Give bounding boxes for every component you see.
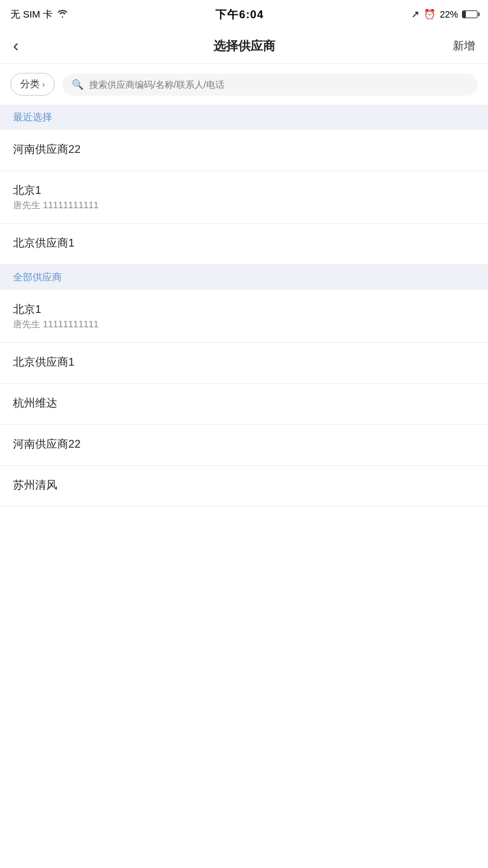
- section-header-label-all: 全部供应商: [13, 271, 62, 282]
- status-left: 无 SIM 卡: [10, 8, 68, 21]
- item-name: 北京1: [13, 302, 475, 317]
- section-header-all: 全部供应商: [0, 265, 488, 290]
- list-item[interactable]: 北京供应商1: [0, 343, 488, 384]
- battery-percent: 22%: [440, 9, 458, 20]
- item-subtitle: 唐先生 11111111111: [13, 319, 475, 331]
- search-input[interactable]: [89, 79, 468, 90]
- item-name: 河南供应商22: [13, 142, 475, 157]
- section-header-label-recent: 最近选择: [13, 111, 52, 122]
- item-name: 苏州清风: [13, 478, 475, 493]
- item-name: 杭州维达: [13, 396, 475, 411]
- status-time: 下午6:04: [215, 7, 264, 22]
- category-label: 分类: [20, 78, 40, 90]
- search-box: 🔍: [62, 74, 478, 96]
- list-item[interactable]: 杭州维达: [0, 384, 488, 425]
- category-filter-button[interactable]: 分类 ›: [10, 73, 55, 96]
- back-button[interactable]: ‹: [13, 36, 46, 56]
- item-name: 北京1: [13, 183, 475, 198]
- item-name: 北京供应商1: [13, 355, 475, 370]
- list-item[interactable]: 苏州清风: [0, 466, 488, 507]
- chevron-right-icon: ›: [42, 80, 45, 89]
- section-header-recent: 最近选择: [0, 105, 488, 130]
- search-icon: 🔍: [72, 79, 84, 90]
- item-name: 河南供应商22: [13, 437, 475, 452]
- add-button[interactable]: 新增: [442, 38, 475, 53]
- list-item[interactable]: 北京1唐先生 11111111111: [0, 290, 488, 343]
- list-item[interactable]: 北京供应商1: [0, 224, 488, 265]
- wifi-icon: [57, 9, 68, 20]
- battery-icon: [462, 10, 478, 18]
- status-bar: 无 SIM 卡 下午6:04 ↗ ⏰ 22%: [0, 0, 488, 29]
- filter-bar: 分类 › 🔍: [0, 64, 488, 105]
- page-title: 选择供应商: [213, 38, 275, 55]
- list-item[interactable]: 北京1唐先生 11111111111: [0, 171, 488, 224]
- list-item[interactable]: 河南供应商22: [0, 425, 488, 466]
- carrier-text: 无 SIM 卡: [10, 8, 53, 21]
- sections-container: 最近选择河南供应商22北京1唐先生 11111111111北京供应商1全部供应商…: [0, 105, 488, 507]
- status-right: ↗ ⏰ 22%: [411, 8, 478, 20]
- list-item[interactable]: 河南供应商22: [0, 130, 488, 171]
- item-subtitle: 唐先生 11111111111: [13, 200, 475, 211]
- nav-bar: ‹ 选择供应商 新增: [0, 29, 488, 64]
- item-name: 北京供应商1: [13, 236, 475, 251]
- location-icon: ↗: [411, 8, 420, 20]
- alarm-icon: ⏰: [424, 8, 436, 20]
